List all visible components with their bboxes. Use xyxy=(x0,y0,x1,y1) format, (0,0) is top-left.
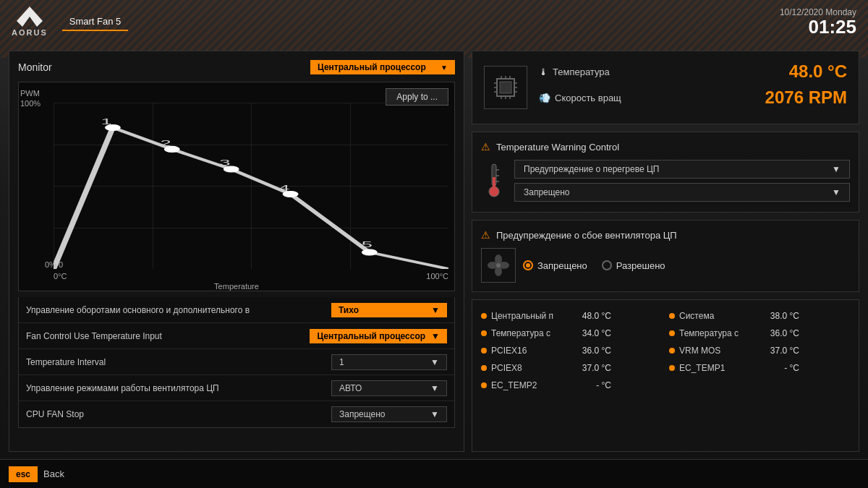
svg-marker-0 xyxy=(17,7,43,27)
temp-val-2: 34.0 °C xyxy=(575,328,611,338)
warning-icon: ⚠ xyxy=(481,141,490,153)
esc-button[interactable]: esc xyxy=(9,466,38,482)
temp-dot-8 xyxy=(481,382,487,388)
control-select-3[interactable]: АВТО ▼ xyxy=(331,380,447,396)
temp-val-3: 36.0 °C xyxy=(763,328,799,338)
svg-text:1: 1 xyxy=(101,116,112,126)
control-select-2[interactable]: 1 ▼ xyxy=(331,354,447,370)
svg-text:4: 4 xyxy=(278,183,290,192)
control-select-4[interactable]: Запрещено ▼ xyxy=(331,406,447,422)
temp-row-5: VRM MOS 37.0 °C xyxy=(669,343,850,358)
control-select-1[interactable]: Центральный процессор ▼ xyxy=(310,329,447,343)
left-panel: Monitor Центральный процессор ▼ PWM100% … xyxy=(9,51,464,452)
temp-dot-2 xyxy=(481,330,487,336)
chart-container: PWM100% Apply to ... xyxy=(18,82,455,291)
thermo-icon xyxy=(481,163,507,203)
warning-select-2[interactable]: Запрещено ▼ xyxy=(514,183,850,202)
rpm-metric-row: 💨 Скорость вращ 2076 RPM xyxy=(539,87,847,108)
temp-val-5: 37.0 °C xyxy=(763,346,799,356)
fan-warning-panel: ⚠ Предупреждение о сбое вентилятора ЦП xyxy=(472,220,859,292)
temp-val-8: - °C xyxy=(575,380,611,390)
aorus-logo-icon xyxy=(17,7,43,27)
thermometer-icon: 🌡 xyxy=(539,67,548,77)
control-label-4: CPU FAN Stop xyxy=(26,409,331,419)
logo-area: AORUS xyxy=(12,7,48,37)
chart-x-label: Temperature xyxy=(214,282,259,291)
fan-warning-icon: ⚠ xyxy=(481,229,490,241)
temp-row-8: EC_TEMP2 - °C xyxy=(481,378,662,393)
cpu-info-panel: 🌡 Температура 48.0 °C 💨 Скорость вращ 20… xyxy=(472,51,859,124)
chart-x-100: 100°C xyxy=(426,272,448,281)
temp-metric-row: 🌡 Температура 48.0 °C xyxy=(539,61,847,82)
temp-name-4: PCIEX16 xyxy=(491,346,571,356)
control-select-0[interactable]: Тихо ▼ xyxy=(331,303,447,317)
warning-title: ⚠ Temperature Warning Control xyxy=(481,141,850,153)
right-panel: 🌡 Температура 48.0 °C 💨 Скорость вращ 20… xyxy=(472,51,859,452)
warning-selects: Предупреждение о перегреве ЦП ▼ Запрещен… xyxy=(514,160,850,202)
temp-name-5: VRM MOS xyxy=(679,346,759,356)
temp-name-8: EC_TEMP2 xyxy=(491,380,571,390)
radio-dot-forbidden xyxy=(523,260,533,270)
svg-rect-27 xyxy=(493,177,495,193)
temp-val-4: 36.0 °C xyxy=(575,346,611,356)
temp-val-0: 48.0 °C xyxy=(575,311,611,321)
monitor-select-btn[interactable]: Центральный процессор ▼ xyxy=(310,60,455,74)
temp-name-1: Система xyxy=(679,311,759,321)
cpu-icon xyxy=(491,73,520,102)
temp-dot-3 xyxy=(669,330,675,336)
temp-warning-panel: ⚠ Temperature Warning Control xyxy=(472,132,859,213)
control-row-2: Temperature Interval 1 ▼ xyxy=(19,349,454,375)
control-label-1: Fan Control Use Temperature Input xyxy=(26,331,310,341)
control-row-3: Управление режимами работы вентилятора Ц… xyxy=(19,375,454,401)
header: AORUS Smart Fan 5 10/12/2020 Monday 01:2… xyxy=(0,0,868,43)
back-label: Back xyxy=(43,468,64,479)
control-value-2: 1 xyxy=(339,357,344,367)
header-datetime: 10/12/2020 Monday 01:25 xyxy=(780,7,856,36)
svg-point-35 xyxy=(488,262,498,269)
smartfan-tab[interactable]: Smart Fan 5 xyxy=(62,13,129,31)
control-label-0: Управление оборотами основного и дополни… xyxy=(26,305,331,315)
svg-text:5: 5 xyxy=(362,240,373,249)
monitor-select-label: Центральный процессор xyxy=(318,62,426,72)
logo-text: AORUS xyxy=(12,28,48,37)
control-label-2: Temperature Interval xyxy=(26,357,331,367)
temp-row-1: Система 38.0 °C xyxy=(669,309,850,323)
temp-val-7: - °C xyxy=(763,363,799,373)
temp-row-6: PCIEX8 37.0 °C xyxy=(481,361,662,375)
svg-rect-12 xyxy=(500,82,511,93)
fan-icon-box xyxy=(481,248,516,283)
control-value-3: АВТО xyxy=(339,383,362,393)
control-value-1: Центральный процессор xyxy=(317,331,425,341)
svg-text:3: 3 xyxy=(219,158,230,168)
control-arrow-3: ▼ xyxy=(430,383,439,393)
temp-name-7: EC_TEMP1 xyxy=(679,363,759,373)
temp-grid: Центральный п 48.0 °C Система 38.0 °C Те… xyxy=(481,309,850,393)
control-value-4: Запрещено xyxy=(339,409,385,419)
warning-select-1[interactable]: Предупреждение о перегреве ЦП ▼ xyxy=(514,160,850,179)
chart-y-label: PWM100% xyxy=(20,88,41,109)
control-value-0: Тихо xyxy=(339,305,359,315)
control-arrow-2: ▼ xyxy=(430,357,439,367)
control-label-3: Управление режимами работы вентилятора Ц… xyxy=(26,383,331,393)
temp-dot-6 xyxy=(481,365,487,371)
fan-spin-icon: 💨 xyxy=(539,93,550,103)
cpu-metrics: 🌡 Температура 48.0 °C 💨 Скорость вращ 20… xyxy=(539,61,847,114)
temp-name-3: Температура с xyxy=(679,328,759,338)
control-row-4: CPU FAN Stop Запрещено ▼ xyxy=(19,401,454,427)
fan-panel: Monitor Центральный процессор ▼ PWM100% … xyxy=(9,51,464,452)
radio-forbidden[interactable]: Запрещено xyxy=(523,260,587,271)
temp-name-6: PCIEX8 xyxy=(491,363,571,373)
temp-val-1: 38.0 °C xyxy=(763,311,799,321)
chart-x-0: 0°C xyxy=(54,272,67,281)
main-content: Monitor Центральный процессор ▼ PWM100% … xyxy=(0,43,868,459)
temp-val-6: 37.0 °C xyxy=(575,363,611,373)
fan-warn-content: Запрещено Разрешено xyxy=(481,248,850,283)
warning-arrow-1: ▼ xyxy=(832,164,841,174)
radio-allowed[interactable]: Разрешено xyxy=(602,260,665,271)
temp-dot-0 xyxy=(481,313,487,319)
thermometer-svg xyxy=(485,163,503,199)
temp-metric-value: 48.0 °C xyxy=(789,61,847,82)
temp-row-0: Центральный п 48.0 °C xyxy=(481,309,662,323)
radio-dot-allowed xyxy=(602,260,612,270)
control-row-0: Управление оборотами основного и дополни… xyxy=(19,297,454,323)
